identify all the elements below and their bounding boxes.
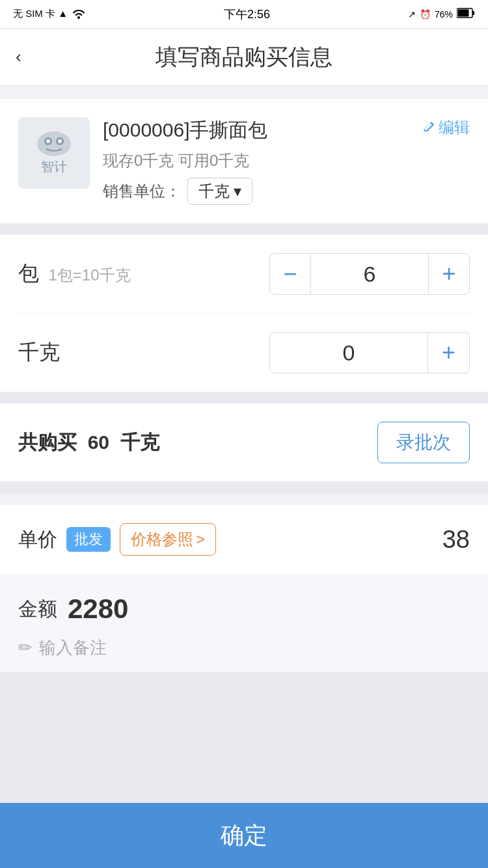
svg-point-3 [37,131,71,156]
quantity-row-kg: 千克 + [18,314,470,392]
battery-icon [457,8,475,20]
total-unit: 千克 [120,431,159,453]
product-info: [0000006]手撕面包 编辑 现存0千克 可用0千克 销售单位： 千克 ▾ [103,117,470,205]
status-bar: 无 SIM 卡 ▲ 下午2:56 ↗ ⏰ 76% [0,0,488,29]
unit-select[interactable]: 千克 ▾ [187,178,252,205]
total-section: 共购买 60 千克 录批次 [0,403,488,481]
logo-text: 智计 [41,158,67,176]
svg-point-7 [58,139,62,143]
gps-icon: ↗ [408,9,416,20]
quantity-row-bao: 包 1包=10千克 − + [18,235,470,314]
kg-control: + [269,332,470,373]
wifi-icon [72,7,86,21]
note-row[interactable]: ✏ 输入备注 [18,636,470,659]
quantity-section: 包 1包=10千克 − + 千克 + [0,235,488,392]
price-left: 单价 批发 价格参照 > [18,523,216,556]
product-name: [0000006]手撕面包 [103,117,422,144]
svg-rect-1 [472,11,474,15]
price-ref-button[interactable]: 价格参照 > [120,523,216,556]
battery-text: 76% [435,9,453,20]
amount-section: 金额 2280 ✏ 输入备注 [0,574,488,672]
pencil-icon: ✏ [18,638,33,658]
kg-input[interactable] [269,332,428,373]
price-tag: 批发 [66,527,111,552]
svg-point-6 [46,139,50,143]
total-prefix: 共购买 [18,431,77,453]
price-ref-chevron: > [196,530,205,549]
status-right: ↗ ⏰ 76% [408,8,475,20]
product-header: [0000006]手撕面包 编辑 [103,117,470,144]
clock-icon: ⏰ [420,9,431,20]
status-left: 无 SIM 卡 ▲ [13,7,86,21]
total-text: 共购买 60 千克 [18,429,159,456]
product-unit-row: 销售单位： 千克 ▾ [103,178,470,205]
bao-control: − + [269,253,470,295]
product-thumb-logo: 智计 [36,131,72,176]
quantity-label-bao: 包 1包=10千克 [18,260,131,288]
svg-rect-2 [457,10,468,17]
page-title: 填写商品购买信息 [156,42,332,72]
kg-plus-btn[interactable]: + [428,332,470,373]
amount-value: 2280 [68,593,128,625]
bao-plus-btn[interactable]: + [428,253,470,295]
bao-minus-btn[interactable]: − [269,253,311,295]
price-row: 单价 批发 价格参照 > 38 [18,523,470,556]
divider-1 [0,223,488,235]
unit-value: 千克 [198,181,230,202]
price-label: 单价 [18,526,57,553]
nav-bar: ‹ 填写商品购买信息 [0,29,488,86]
confirm-bar[interactable]: 确定 [0,803,488,868]
bao-input[interactable] [311,253,428,295]
status-time: 下午2:56 [224,7,270,22]
product-thumbnail: 智计 [18,117,90,189]
edit-button[interactable]: 编辑 [422,117,470,138]
price-value: 38 [442,526,470,554]
amount-row: 金额 2280 [18,593,470,625]
batch-button[interactable]: 录批次 [377,422,470,463]
divider-2 [0,392,488,403]
quantity-label-kg: 千克 [18,338,60,367]
unit-label: 销售单位： [103,181,181,202]
no-sim-text: 无 SIM 卡 ▲ [13,8,68,20]
note-placeholder: 输入备注 [39,636,107,659]
confirm-button[interactable]: 确定 [221,820,267,852]
total-amount: 60 [88,431,109,453]
divider-3 [0,481,488,493]
unit-chevron: ▾ [234,182,241,200]
bao-sub: 1包=10千克 [48,266,130,284]
amount-label: 金额 [18,596,57,623]
price-section: 单价 批发 价格参照 > 38 [0,505,488,574]
kg-label: 千克 [18,340,60,364]
back-button[interactable]: ‹ [16,40,28,74]
product-section: 智计 [0000006]手撕面包 编辑 现存0千克 可用0千克 销售单位： 千克… [0,99,488,223]
bao-label: 包 [18,262,39,285]
edit-label: 编辑 [439,117,470,138]
price-ref-label: 价格参照 [131,529,193,550]
product-stock: 现存0千克 可用0千克 [103,150,470,171]
